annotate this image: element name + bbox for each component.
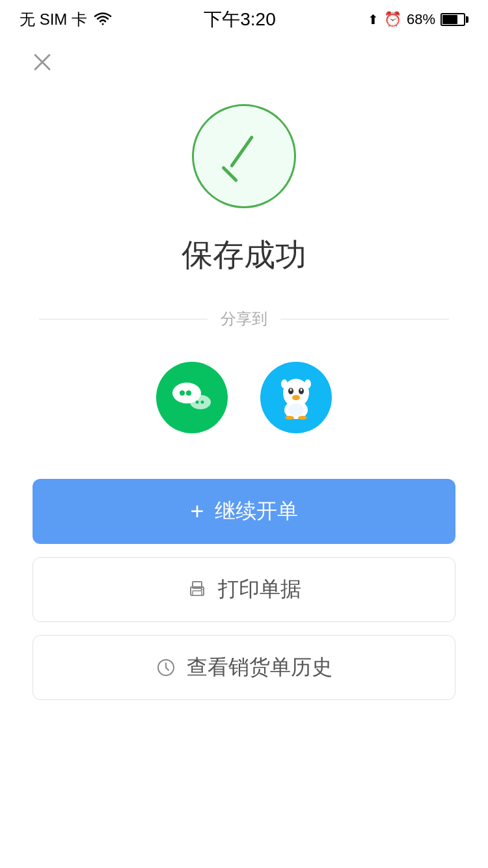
- svg-point-16: [281, 379, 288, 388]
- close-button[interactable]: [26, 46, 59, 78]
- wechat-share-button[interactable]: [156, 362, 228, 433]
- svg-point-14: [285, 416, 294, 420]
- print-label: 打印单据: [218, 575, 301, 604]
- share-line-right: [280, 319, 449, 319]
- wechat-icon: [169, 379, 215, 416]
- history-label: 查看销货单历史: [187, 653, 332, 682]
- history-button[interactable]: 查看销货单历史: [33, 635, 455, 700]
- share-section: 分享到: [0, 308, 488, 329]
- share-icons-row: [156, 362, 332, 433]
- battery-icon: [441, 13, 468, 26]
- main-content: 保存成功 分享到: [0, 39, 488, 700]
- continue-icon: +: [190, 498, 204, 525]
- share-line-left: [39, 319, 208, 319]
- svg-point-5: [201, 401, 204, 404]
- history-icon: [156, 657, 176, 678]
- svg-point-15: [298, 416, 307, 420]
- battery-percent: 68%: [407, 11, 435, 28]
- action-buttons: + 继续开单 打印单据 查看销货单历史: [0, 479, 488, 700]
- svg-point-21: [201, 589, 203, 591]
- continue-label: 继续开单: [215, 497, 298, 526]
- share-label: 分享到: [208, 308, 280, 329]
- svg-point-13: [288, 403, 304, 416]
- location-icon: ⬆: [368, 12, 379, 27]
- svg-point-9: [290, 388, 291, 391]
- svg-point-17: [305, 379, 311, 388]
- continue-button[interactable]: + 继续开单: [33, 479, 455, 544]
- qq-share-button[interactable]: [260, 362, 332, 433]
- qq-icon: [275, 375, 318, 420]
- print-icon: [187, 579, 208, 600]
- svg-point-2: [186, 390, 191, 396]
- svg-point-10: [300, 388, 302, 391]
- svg-rect-19: [193, 591, 202, 595]
- print-button[interactable]: 打印单据: [33, 557, 455, 622]
- svg-point-4: [196, 401, 199, 404]
- status-right: ⬆ ⏰ 68%: [368, 11, 468, 28]
- svg-point-3: [190, 395, 211, 409]
- success-title: 保存成功: [182, 234, 306, 276]
- wifi-icon: [94, 12, 112, 27]
- status-left: 无 SIM 卡: [20, 9, 112, 30]
- success-circle: [192, 104, 296, 208]
- checkmark-icon: [218, 139, 270, 174]
- svg-point-1: [180, 390, 185, 396]
- svg-point-11: [292, 395, 300, 400]
- status-bar: 无 SIM 卡 下午3:20 ⬆ ⏰ 68%: [0, 0, 488, 39]
- status-time: 下午3:20: [204, 7, 276, 32]
- alarm-icon: ⏰: [384, 11, 401, 28]
- carrier-text: 无 SIM 卡: [20, 9, 87, 30]
